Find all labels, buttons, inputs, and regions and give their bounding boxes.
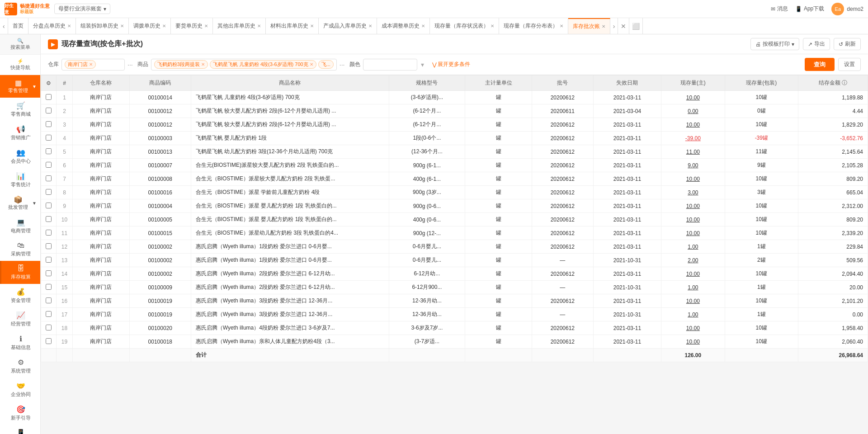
expand-conditions-btn[interactable]: ⋁ 展开更多条件 bbox=[432, 61, 470, 68]
row-qty-main[interactable]: 10.00 bbox=[661, 267, 725, 281]
row-checkbox[interactable] bbox=[41, 186, 57, 199]
setting-btn[interactable]: 设置 bbox=[838, 58, 861, 71]
row-qty-main[interactable]: 10.00 bbox=[661, 294, 725, 308]
row-qty-main[interactable]: 1.00 bbox=[661, 308, 725, 321]
row-qty-main[interactable]: -39.00 bbox=[661, 132, 725, 145]
row-qty-main[interactable]: 10.00 bbox=[661, 226, 725, 240]
tab-qitachuku[interactable]: 其他出库单历史 ✕ bbox=[213, 18, 266, 34]
tab-home[interactable]: 首页 bbox=[8, 18, 28, 34]
row-checkbox[interactable] bbox=[41, 213, 57, 226]
export-btn[interactable]: ↗ 导出 bbox=[803, 38, 830, 50]
sidebar-item-marketing[interactable]: 📢 营销推广 bbox=[0, 121, 40, 145]
row-checkbox[interactable] bbox=[41, 172, 57, 186]
product-tags[interactable]: 飞鹤奶粉3段两提装 ✕ 飞鹤星飞帆 儿童奶粉 4段(3-6岁适用) 700克 ✕… bbox=[151, 59, 337, 71]
color-tags[interactable] bbox=[363, 59, 417, 71]
row-qty-main[interactable]: 10.00 bbox=[661, 213, 725, 226]
product-tag-close-1[interactable]: ✕ bbox=[201, 62, 205, 67]
sidebar-item-retail-mall[interactable]: 🛒 零售商城 bbox=[0, 98, 40, 121]
row-checkbox[interactable] bbox=[41, 91, 57, 104]
user-area[interactable]: Ea demo2 bbox=[831, 3, 863, 15]
product-tag-feihestar4[interactable]: 飞鹤星飞帆 儿童奶粉 4段(3-6岁适用) 700克 ✕ bbox=[210, 60, 316, 69]
tab-zuzhangchaixie[interactable]: 组装拆卸单历史 ✕ bbox=[76, 18, 129, 34]
close-icon[interactable]: ✕ bbox=[257, 24, 261, 28]
row-checkbox[interactable] bbox=[41, 240, 57, 254]
tab-cailiaochuku[interactable]: 材料出库单历史 ✕ bbox=[266, 18, 319, 34]
tab-maximize-btn[interactable]: ⬜ bbox=[629, 18, 643, 34]
close-icon[interactable]: ✕ bbox=[560, 24, 563, 28]
tab-prev-btn[interactable]: ‹ bbox=[0, 18, 8, 34]
tab-next-btn[interactable]: › bbox=[610, 18, 618, 34]
row-checkbox[interactable] bbox=[41, 321, 57, 335]
tab-xiancunliang-kucz[interactable]: 现存量（库存状况表）✕ bbox=[430, 18, 499, 34]
sidebar-item-enterprise[interactable]: 🤝 企业协同 bbox=[0, 378, 40, 401]
close-icon[interactable]: ✕ bbox=[368, 24, 372, 28]
row-qty-main[interactable]: 11.00 bbox=[661, 145, 725, 159]
close-icon[interactable]: ✕ bbox=[491, 24, 494, 28]
row-checkbox[interactable] bbox=[41, 294, 57, 308]
row-checkbox[interactable] bbox=[41, 159, 57, 172]
warehouse-tags[interactable]: 南岸门店 ✕ bbox=[61, 59, 125, 71]
messages-btn[interactable]: ✉ 消息 bbox=[771, 5, 788, 13]
sidebar-item-newguide[interactable]: 🎯 新手引导 bbox=[0, 401, 40, 425]
sidebar-item-member[interactable]: 👥 会员中心 bbox=[0, 145, 40, 168]
row-qty-main[interactable]: 10.00 bbox=[661, 321, 725, 335]
row-checkbox[interactable] bbox=[41, 118, 57, 132]
close-icon[interactable]: ✕ bbox=[602, 24, 605, 29]
row-checkbox[interactable] bbox=[41, 254, 57, 267]
row-qty-main[interactable]: 3.00 bbox=[661, 186, 725, 199]
sidebar-item-system[interactable]: ⚙ 系统管理 bbox=[0, 354, 40, 378]
print-btn[interactable]: 🖨 按模板打印 ▾ bbox=[750, 38, 799, 50]
row-qty-main[interactable]: 10.00 bbox=[661, 118, 725, 132]
sidebar-nav[interactable]: ⚡ 快捷导航 bbox=[0, 55, 40, 75]
company-selector[interactable]: 母婴行业演示账套 ▾ bbox=[54, 4, 110, 14]
row-qty-main[interactable]: 1.00 bbox=[661, 240, 725, 254]
sidebar-item-ecommerce[interactable]: 💻 电商管理 bbox=[0, 214, 40, 238]
close-icon[interactable]: ✕ bbox=[310, 24, 314, 28]
close-icon[interactable]: ✕ bbox=[120, 24, 124, 28]
row-qty-main[interactable]: 10.00 bbox=[661, 172, 725, 186]
refresh-btn[interactable]: ↺ 刷新 bbox=[834, 38, 861, 50]
tab-chanchengpin[interactable]: 产成品入库单历史 ✕ bbox=[319, 18, 377, 34]
row-checkbox[interactable] bbox=[41, 281, 57, 294]
row-qty-main[interactable]: 10.00 bbox=[661, 91, 725, 104]
row-qty-main[interactable]: 0.00 bbox=[661, 104, 725, 118]
tab-yaohuo[interactable]: 要货单历史 ✕ bbox=[171, 18, 213, 34]
sidebar-item-basics[interactable]: ℹ 基础信息 bbox=[0, 331, 40, 354]
product-tag-close-2[interactable]: ✕ bbox=[310, 62, 313, 67]
sidebar-item-retail-mgmt[interactable]: ▦ 零售管理 ▼ bbox=[0, 75, 40, 98]
row-checkbox[interactable] bbox=[41, 145, 57, 159]
tab-diaobodadan[interactable]: 调拨单历史 ✕ bbox=[129, 18, 171, 34]
row-checkbox[interactable] bbox=[41, 226, 57, 240]
sidebar-item-appcenter[interactable]: 📱 应用中心 bbox=[0, 425, 40, 434]
row-qty-main[interactable]: 1.00 bbox=[661, 281, 725, 294]
close-icon[interactable]: ✕ bbox=[204, 24, 208, 28]
app-download-btn[interactable]: 📱 App下载 bbox=[795, 5, 824, 13]
row-checkbox[interactable] bbox=[41, 104, 57, 118]
close-icon[interactable]: ✕ bbox=[421, 24, 425, 28]
close-icon[interactable]: ✕ bbox=[162, 24, 166, 28]
row-checkbox[interactable] bbox=[41, 132, 57, 145]
tab-xiancunliang-kucfb[interactable]: 现存量（库存分布表）✕ bbox=[499, 18, 568, 34]
sidebar-item-operations[interactable]: 📈 经营管理 bbox=[0, 307, 40, 331]
col-settings[interactable]: ⚙ bbox=[41, 75, 57, 91]
query-btn[interactable]: 查询 bbox=[805, 58, 835, 71]
row-qty-main[interactable]: 9.00 bbox=[661, 159, 725, 172]
row-checkbox[interactable] bbox=[41, 199, 57, 213]
close-icon[interactable]: ✕ bbox=[67, 24, 71, 28]
row-checkbox[interactable] bbox=[41, 335, 57, 349]
warehouse-tag-nanan[interactable]: 南岸门店 ✕ bbox=[65, 60, 96, 69]
row-qty-main[interactable]: 2.00 bbox=[661, 254, 725, 267]
sidebar-item-finance[interactable]: 💰 资金管理 bbox=[0, 284, 40, 307]
tab-close-all-btn[interactable]: ✕ bbox=[618, 18, 629, 34]
tab-fenpandian[interactable]: 分盘点单历史 ✕ bbox=[28, 18, 76, 34]
tab-kucunpici[interactable]: 库存批次账 ✕ bbox=[568, 18, 610, 34]
sidebar-item-purchase[interactable]: 🛍 采购管理 bbox=[0, 238, 40, 261]
warehouse-tag-close[interactable]: ✕ bbox=[89, 62, 93, 67]
toggle-arrow-btn[interactable]: ▶ bbox=[48, 39, 58, 49]
product-tag-more[interactable]: 飞... bbox=[318, 60, 334, 69]
row-checkbox[interactable] bbox=[41, 308, 57, 321]
tab-chengbentiaoz[interactable]: 成本调整单历史 ✕ bbox=[377, 18, 430, 34]
product-tag-feihefenpn3[interactable]: 飞鹤奶粉3段两提装 ✕ bbox=[154, 60, 208, 69]
row-checkbox[interactable] bbox=[41, 267, 57, 281]
sidebar-item-retail-stats[interactable]: 📊 零售统计 bbox=[0, 168, 40, 192]
